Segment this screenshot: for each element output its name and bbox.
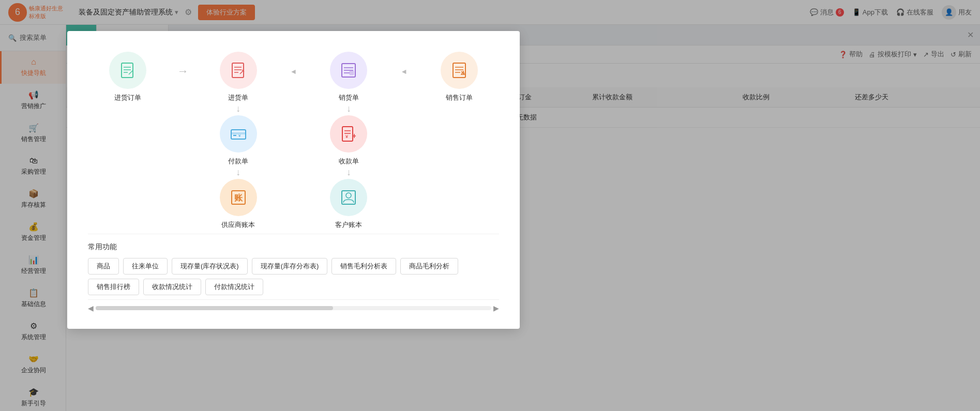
svg-rect-13 bbox=[453, 63, 465, 78]
modal-overlay[interactable]: 进货订单 → 进货单 bbox=[0, 0, 980, 411]
sales-order-icon bbox=[450, 61, 469, 80]
common-functions: 常用功能 商品 往来单位 现存量(库存状况表) 现存量(库存分布表) 销售毛利分… bbox=[88, 234, 499, 295]
scroll-left-arrow[interactable]: ◀ bbox=[88, 304, 94, 312]
payment-icon: ¥ bbox=[229, 125, 248, 143]
sales-order-circle bbox=[441, 52, 478, 89]
sales-circle bbox=[330, 52, 367, 89]
scroll-track[interactable] bbox=[96, 306, 491, 310]
down-arrow-3: ↓ bbox=[236, 167, 240, 178]
btn-group-row2: 销售排行榜 收款情况统计 付款情况统计 bbox=[88, 279, 499, 295]
scroll-thumb bbox=[96, 306, 333, 310]
func-btn-stock-status[interactable]: 现存量(库存状况表) bbox=[172, 258, 248, 275]
scroll-right-arrow[interactable]: ▶ bbox=[493, 304, 499, 312]
payment-circle: ¥ bbox=[220, 115, 257, 153]
common-functions-title: 常用功能 bbox=[88, 242, 499, 252]
modal-body: 进货订单 → 进货单 bbox=[67, 31, 520, 329]
purchase-circle bbox=[220, 52, 257, 89]
svg-rect-12 bbox=[350, 71, 354, 75]
btn-group-row1: 商品 往来单位 现存量(库存状况表) 现存量(库存分布表) 销售毛利分析表 商品… bbox=[88, 258, 499, 275]
customer-account-label: 客户账本 bbox=[335, 220, 362, 230]
svg-point-28 bbox=[346, 193, 351, 198]
func-btn-sales-profit[interactable]: 销售毛利分析表 bbox=[331, 258, 396, 275]
func-btn-product[interactable]: 商品 bbox=[88, 258, 119, 275]
flow-node-receipt[interactable]: ¥ 收款单 bbox=[330, 115, 367, 166]
receipt-label: 收款单 bbox=[339, 157, 359, 166]
svg-text:¥: ¥ bbox=[345, 134, 349, 139]
purchase-order-label: 进货订单 bbox=[114, 93, 141, 102]
func-btn-stock-dist[interactable]: 现存量(库存分布表) bbox=[252, 258, 328, 275]
flow-node-customer-account[interactable]: 客户账本 bbox=[330, 179, 367, 230]
func-btn-receipt-stats[interactable]: 收款情况统计 bbox=[143, 279, 201, 295]
quick-nav-modal: 进货订单 → 进货单 bbox=[67, 31, 520, 329]
dashed-arrow-h2: ◄ bbox=[290, 67, 297, 87]
payment-label: 付款单 bbox=[228, 157, 248, 166]
svg-text:¥: ¥ bbox=[238, 133, 241, 138]
svg-rect-0 bbox=[122, 63, 133, 78]
func-btn-payment-stats[interactable]: 付款情况统计 bbox=[205, 279, 263, 295]
func-btn-partner[interactable]: 往来单位 bbox=[123, 258, 168, 275]
arrow-h3: ◄ bbox=[400, 67, 408, 87]
svg-text:账: 账 bbox=[234, 193, 243, 202]
flow-node-payment[interactable]: ¥ 付款单 bbox=[220, 115, 257, 166]
supplier-account-circle: 账 bbox=[220, 179, 257, 216]
flow-diagram: 进货订单 → 进货单 bbox=[88, 48, 499, 234]
receipt-icon: ¥ bbox=[339, 125, 358, 143]
flow-node-purchase[interactable]: 进货单 bbox=[220, 52, 257, 102]
arrow-h1: → bbox=[177, 65, 189, 89]
down-arrow-4: ↓ bbox=[346, 167, 351, 178]
purchase-order-icon bbox=[118, 61, 137, 80]
supplier-account-icon: 账 bbox=[229, 188, 248, 207]
flow-node-supplier-account[interactable]: 账 供应商账本 bbox=[220, 179, 257, 230]
sales-order-label: 销售订单 bbox=[446, 93, 473, 102]
down-arrow-1: ↓ bbox=[236, 103, 240, 114]
receipt-circle: ¥ bbox=[330, 115, 367, 153]
func-btn-product-profit[interactable]: 商品毛利分析 bbox=[400, 258, 458, 275]
svg-rect-4 bbox=[232, 63, 244, 78]
customer-account-icon bbox=[339, 188, 358, 207]
supplier-account-label: 供应商账本 bbox=[221, 220, 255, 230]
sales-icon bbox=[339, 61, 358, 80]
purchase-order-circle bbox=[109, 52, 146, 89]
customer-account-circle bbox=[330, 179, 367, 216]
func-btn-sales-rank[interactable]: 销售排行榜 bbox=[88, 279, 139, 295]
flow-node-sales-order[interactable]: 销售订单 bbox=[441, 52, 478, 102]
down-arrow-2: ↓ bbox=[346, 103, 351, 114]
purchase-label: 进货单 bbox=[228, 93, 248, 102]
flow-node-sales[interactable]: 销货单 bbox=[330, 52, 367, 102]
flow-node-purchase-order[interactable]: 进货订单 bbox=[109, 52, 146, 102]
sales-label: 销货单 bbox=[339, 93, 359, 102]
scroll-bar-area: ◀ ▶ bbox=[88, 299, 499, 316]
purchase-icon bbox=[229, 61, 248, 80]
